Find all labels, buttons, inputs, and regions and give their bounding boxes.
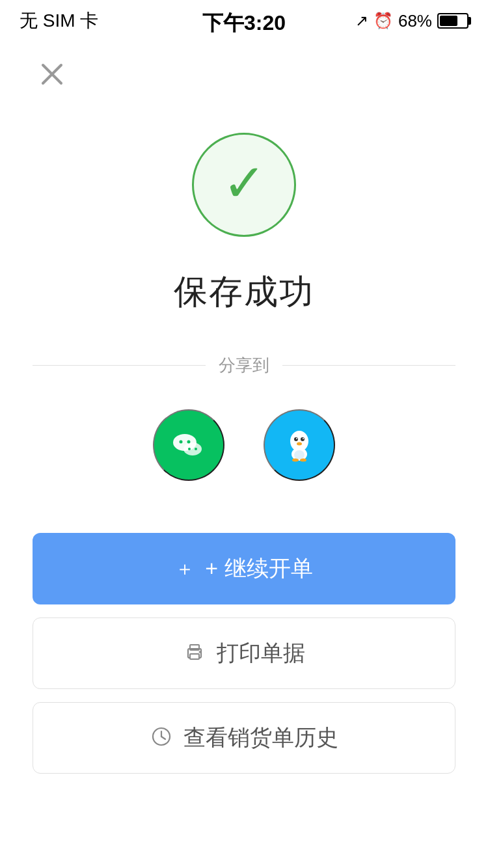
qq-share-button[interactable] xyxy=(264,409,335,481)
success-title: 保存成功 xyxy=(174,269,314,315)
history-button[interactable]: 查看销货单历史 xyxy=(33,702,455,774)
svg-point-5 xyxy=(180,441,183,444)
status-left: 无 SIM 卡 xyxy=(20,8,105,33)
svg-line-25 xyxy=(161,737,165,739)
location-icon: ↗ xyxy=(355,12,368,30)
divider-right xyxy=(282,365,455,366)
print-button[interactable]: 打印单据 xyxy=(33,617,455,689)
history-label: 查看销货单历史 xyxy=(183,723,338,753)
continue-button[interactable]: ＋ + 继续开单 xyxy=(33,533,455,604)
status-right: ↗ ⏰ 68% xyxy=(355,11,468,31)
svg-point-4 xyxy=(183,442,202,455)
wechat-share-button[interactable] xyxy=(153,409,224,481)
svg-point-12 xyxy=(301,437,305,441)
checkmark-icon: ✓ xyxy=(223,157,266,210)
success-circle: ✓ xyxy=(192,133,296,237)
battery-fill xyxy=(440,16,457,26)
print-label: 打印单据 xyxy=(217,638,305,668)
svg-point-14 xyxy=(303,438,304,439)
status-time: 下午3:20 xyxy=(202,9,286,38)
svg-point-6 xyxy=(187,441,191,444)
clock-icon xyxy=(150,725,173,752)
divider-left xyxy=(33,365,206,366)
main-content: ✓ 保存成功 分享到 xyxy=(0,42,488,774)
battery-percent: 68% xyxy=(398,11,432,31)
printer-icon xyxy=(183,640,206,667)
action-buttons: ＋ + 继续开单 打印单据 查看销货单历史 xyxy=(33,533,455,774)
svg-point-22 xyxy=(199,651,201,653)
close-button[interactable] xyxy=(33,55,72,94)
alarm-icon: ⏰ xyxy=(373,12,393,30)
svg-point-15 xyxy=(297,442,302,446)
svg-point-11 xyxy=(294,437,298,441)
svg-point-18 xyxy=(294,450,305,459)
share-icons xyxy=(153,409,335,481)
battery-icon xyxy=(437,13,468,29)
svg-point-8 xyxy=(195,448,197,450)
carrier-text: 无 SIM 卡 xyxy=(20,8,98,33)
share-divider: 分享到 xyxy=(33,354,455,377)
svg-point-7 xyxy=(188,448,191,450)
share-label: 分享到 xyxy=(219,354,269,377)
svg-point-13 xyxy=(296,438,297,439)
plus-icon: ＋ xyxy=(175,559,195,578)
svg-rect-21 xyxy=(190,654,199,659)
status-bar: 无 SIM 卡 下午3:20 ↗ ⏰ 68% xyxy=(0,0,488,42)
continue-label: + 继续开单 xyxy=(205,554,312,584)
